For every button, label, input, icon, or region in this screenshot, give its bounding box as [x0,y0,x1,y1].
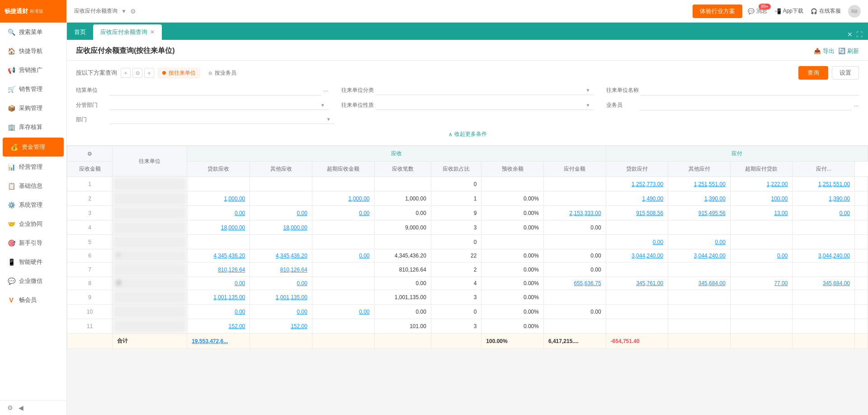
partner-cell [113,177,187,191]
footer-loan-ap [668,334,731,349]
app-download-button[interactable]: 📲 App下载 [774,7,803,15]
table-settings-icon[interactable]: ⚙ [87,151,92,157]
sidebar-item-label: 库存核算 [19,123,42,131]
sidebar-item-sales[interactable]: 🛒 销售管理 [0,80,66,99]
header-gear-icon[interactable]: ⚙ [130,8,136,15]
breadcrumb-dropdown-icon[interactable]: ▼ [121,8,127,14]
unit-category-select[interactable]: ▼ [376,86,594,95]
message-icon: 💬 [748,8,755,14]
sidebar-item-inventory[interactable]: 🏢 库存核算 [0,118,66,137]
partner-col-header: 往来单位 [113,146,187,177]
collapse-scheme-button[interactable]: « [144,68,154,78]
filter-settlement-unit: 结算单位 ··· [76,85,329,95]
table-row: 11 152.00152.00101.0030.00% [67,319,868,334]
department-label: 部门 [76,116,108,124]
tab-arAp-query[interactable]: 应收应付余额查询 ✕ [93,24,162,40]
sidebar-item-label: 企业协同 [19,220,42,228]
hardware-icon: 📱 [7,258,15,266]
filter-dept: 分管部门 ▼ [76,101,329,110]
settings-button[interactable]: 设置 [832,66,859,80]
footer-ap-amount: -654,751.40 [606,334,668,349]
filter-department: 部门 ▼ [76,115,335,124]
other-ap-col-header: 其他应付 [668,162,731,177]
sidebar-item-label: 营销推广 [19,66,42,74]
dept-select[interactable]: ▼ [109,101,329,110]
footer-ar-amount[interactable]: 19,553,472,6... [187,334,250,349]
ar-count-col-header: 应收笔数 [374,162,431,177]
sidebar-item-search-menu[interactable]: 🔍 搜索菜单 [0,23,66,42]
online-service-icon: 🎧 [811,8,817,14]
search-menu-icon: 🔍 [7,29,15,36]
logo-badge: 标准版 [30,8,43,14]
operations-icon: 📊 [7,163,15,171]
sidebar-item-label: 新手引导 [19,239,42,247]
query-button[interactable]: 查询 [798,66,828,80]
filter-more-button[interactable]: ∧ 收起更多条件 [76,129,859,140]
sidebar-item-finance[interactable]: 💰 资金管理 [3,138,64,157]
refresh-button[interactable]: 🔄 刷新 [838,47,859,55]
bottom-collapse-button[interactable]: ◀ [19,404,24,411]
filter-row-2: 分管部门 ▼ 往来单位性质 ▼ [76,100,859,110]
salesperson-dots[interactable]: ··· [854,102,859,109]
sidebar-item-wechat[interactable]: 💬 企业微信 [0,272,66,291]
sidebar-item-system[interactable]: ⚙️ 系统管理 [0,196,66,215]
unit-nature-select[interactable]: ▼ [376,101,594,110]
tab-home[interactable]: 首页 [67,24,93,40]
footer-ar-count [431,334,481,349]
unit-name-input[interactable] [641,85,859,95]
online-service-button[interactable]: 🎧 在线客服 [811,7,841,15]
ar-group-header: 应收 [187,146,606,162]
sidebar-item-guide[interactable]: 🎯 新手引导 [0,234,66,253]
export-icon: 📤 [814,48,821,54]
sidebar-item-enterprise[interactable]: 🤝 企业协同 [0,215,66,234]
export-label: 导出 [823,47,835,55]
partner-cell [113,262,187,277]
footer-other-ar [312,334,374,349]
salesperson-input[interactable] [640,100,852,110]
app-download-label: App下载 [783,7,803,15]
user-name: Rit [851,9,857,14]
ar-amount-col-header: 应收金额 [67,162,113,177]
sidebar-item-basic[interactable]: 📋 基础信息 [0,176,66,196]
member-icon: V [7,296,15,304]
sidebar-item-hardware[interactable]: 📱 智能硬件 [0,253,66,272]
edit-scheme-button[interactable]: ⊙ [132,68,142,78]
scheme-by-unit[interactable]: 按往来单位 [158,67,200,79]
tab-close-icon[interactable]: ✕ [150,29,155,35]
sidebar-item-quick-nav[interactable]: 🏠 快捷导航 [0,42,66,61]
partner-header-label: 往来单位 [139,158,160,164]
table-row: 2 1,000.001,000.001,000.0010.00%1,490.00… [67,191,868,206]
user-avatar[interactable]: Rit [848,5,861,18]
footer-loan-ar [250,334,312,349]
add-scheme-button[interactable]: + [121,68,131,78]
fullscreen-icon[interactable]: ⛶ [856,31,863,38]
table-col-header-row: 应收金额 贷款应收 其他应收 超期应收金额 应收笔数 应收款占比 预收余额 应付… [67,162,868,177]
scheme-by-staff[interactable]: ⊙ 按业务员 [204,67,241,79]
settlement-unit-dots[interactable]: ··· [323,87,329,94]
unit-category-arrow-icon: ▼ [585,88,590,93]
sidebar-item-marketing[interactable]: 📢 营销推广 [0,61,66,80]
department-select[interactable]: ▼ [109,115,335,124]
promo-button[interactable]: 体验行业方案 [693,5,742,18]
bottom-settings-button[interactable]: ⚙ [7,404,13,411]
partner-cell: P [113,277,187,290]
sidebar-item-label: 畅会员 [19,296,37,304]
ap-group-header: 应付 [606,146,868,162]
filter-row-1: 结算单位 ··· 往来单位分类 ▼ 往来单位名称 [76,85,859,95]
settlement-unit-input[interactable] [109,85,321,95]
table-row: 7 810,126.64810,126.64810,126.6420.00%0.… [67,262,868,277]
table-row: 8P0.000.000.0040.00%655,636.75345,761.00… [67,277,868,290]
sidebar-item-purchase[interactable]: 📦 采购管理 [0,99,66,118]
sidebar-item-operations[interactable]: 📊 经营管理 [0,157,66,176]
export-button[interactable]: 📤 导出 [814,47,835,55]
sidebar-item-member[interactable]: V 畅会员 [0,291,66,310]
close-window-icon[interactable]: ✕ [847,31,853,38]
message-button[interactable]: 💬 消息 99+ [748,7,767,15]
page-content: 应收应付余额查询(按往来单位) 📤 导出 🔄 刷新 [67,40,868,415]
settings-col-header[interactable]: ⚙ [67,146,113,162]
sidebar-item-label: 资金管理 [22,143,45,151]
filter-area: 按以下方案查询 + ⊙ « 按往来单位 ⊙ 按业务员 [67,61,868,146]
overdue-ap-col-header: 超期应付贷款 [730,162,793,177]
footer-overdue-ap [793,334,855,349]
table-row: 5 00.000.00 [67,235,868,249]
